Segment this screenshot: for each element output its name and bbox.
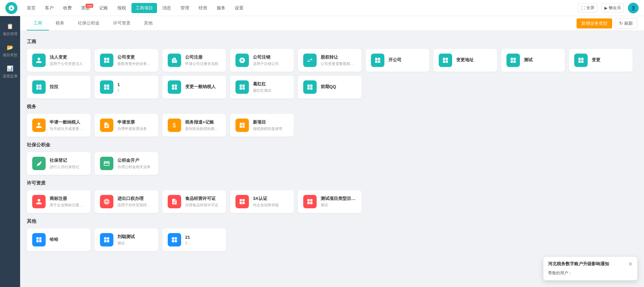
card-公积金开户[interactable]: 公积金开户办理公积金相关业务: [95, 152, 158, 175]
member-button[interactable]: ▶ 畅会员: [601, 3, 624, 12]
user-avatar[interactable]: 👤: [628, 3, 639, 13]
nav-item-客户[interactable]: 客户: [41, 3, 58, 13]
card-title-text: 哈哈: [50, 236, 85, 242]
subtab-许可资质[interactable]: 许可资质: [106, 16, 137, 30]
card-info-申请一般纳税人: 申请一般纳税人当月或次月成变更完成: [50, 119, 85, 131]
subtab-工商[interactable]: 工商: [27, 16, 49, 30]
subtab-社保公积金[interactable]: 社保公积金: [71, 16, 106, 30]
card-21[interactable]: 211: [162, 228, 226, 251]
card-info-社保登记: 社保登记进行人员社保登记: [50, 157, 85, 169]
nav-item-服务[interactable]: 服务: [213, 3, 229, 13]
nav-item-经营[interactable]: 经营: [195, 3, 211, 13]
card-desc-text: 办理申请发票业务: [117, 126, 153, 131]
sidebar-icon-项目管理: 📋: [6, 22, 14, 30]
card-info-公积金开户: 公积金开户办理公积金相关业务: [117, 157, 153, 169]
card-info-新项目: 新项目报税加税控盘保管: [253, 119, 288, 131]
card-刘聪测试[interactable]: 刘聪测试测试: [95, 228, 158, 251]
subtab-其他[interactable]: 其他: [137, 16, 159, 30]
card-info-前期QQ: 前期QQ: [321, 84, 356, 91]
fullscreen-label: 全屏: [586, 5, 594, 11]
card-icon-商标注册: [32, 195, 46, 208]
card-title-text: 变更一般纳税人: [185, 84, 221, 90]
card-title-text: 变更地址: [456, 57, 492, 63]
card-desc-text: 适用于注销公司: [253, 61, 288, 66]
card-食品经营许可证[interactable]: 食品经营许可证办理食品经营许可证: [162, 190, 226, 213]
card-title-text: 3A认证: [253, 196, 288, 202]
subtab-税务[interactable]: 税务: [49, 16, 71, 30]
nav-item-票据[interactable]: 票据new: [77, 3, 94, 13]
card-股权转让[interactable]: 股权转让公司变更需要股权转让: [298, 49, 362, 72]
card-desc-text: 适用于公司变更法人: [50, 61, 85, 66]
card-icon-公司注销: [235, 54, 249, 67]
section-title-工商: 工商: [27, 39, 637, 45]
card-变更地址[interactable]: 变更地址: [433, 49, 497, 72]
card-法人变更[interactable]: 法人变更适用于公司变更法人: [27, 49, 91, 72]
nav-item-工商项目[interactable]: 工商项目: [131, 3, 157, 13]
card-申请发票[interactable]: 申请发票办理申请发票业务: [95, 114, 158, 137]
nav-right: ⛶ 全屏 ▶ 畅会员 👤: [578, 3, 639, 13]
card-变更一般纳税人[interactable]: 变更一般纳税人: [162, 76, 226, 98]
card-info-公司变更: 公司变更股权变更外的业务变更: [117, 54, 153, 66]
card-3A认证[interactable]: 3A认证对企业信誉评级: [230, 190, 294, 213]
card-新项目[interactable]: 新项目报税加税控盘保管: [230, 114, 294, 137]
card-测试项目类型目定义[interactable]: 测试项目类型目定义测试: [298, 190, 362, 213]
card-desc-text: 进行人员社保登记: [50, 164, 85, 169]
card-icon-变更地址: [439, 54, 452, 67]
card-title-text: 申请发票: [117, 119, 153, 125]
app-logo: [5, 2, 17, 14]
sidebar-item-项目管理[interactable]: 📋项目管理: [0, 19, 20, 40]
nav-item-管理[interactable]: 管理: [176, 3, 193, 13]
card-公司注销[interactable]: 公司注销适用于注销公司: [230, 49, 294, 72]
nav-badge-票据: new: [86, 4, 93, 8]
card-title-text: 食品经营许可证: [185, 196, 221, 202]
card-info-食品经营许可证: 食品经营许可证办理食品经营许可证: [185, 196, 221, 208]
card-公司变更[interactable]: 公司变更股权变更外的业务变更: [95, 49, 158, 72]
notification-close-button[interactable]: ✕: [628, 261, 633, 267]
nav-item-设置[interactable]: 设置: [231, 3, 248, 13]
nav-item-报税[interactable]: 报税: [113, 3, 130, 13]
card-info-测试项目类型目定义: 测试项目类型目定义测试: [321, 196, 356, 208]
nav-item-收费[interactable]: 收费: [59, 3, 76, 13]
cards-grid-工商: 法人变更适用于公司变更法人公司变更股权变更外的业务变更公司注册申请公司注册全流程…: [27, 49, 637, 98]
card-前期QQ[interactable]: 前期QQ: [298, 76, 362, 98]
cards-grid-其他: 哈哈刘聪测试测试211: [27, 228, 637, 251]
card-进出口权办理[interactable]: 进出口权办理适用于对外贸易经营者: [95, 190, 158, 213]
card-1[interactable]: 11: [95, 76, 158, 98]
card-title-text: 社保登记: [50, 157, 85, 163]
sidebar-item-进度监测[interactable]: 📊进度监测: [0, 61, 20, 82]
card-变更[interactable]: 变更: [569, 49, 633, 72]
card-葛红红[interactable]: 葛红红葛红红测试: [230, 76, 294, 98]
fullscreen-button[interactable]: ⛶ 全屏: [578, 3, 597, 12]
card-税务报道+记账[interactable]: 税务报道+记账拿到营业执照的新公司: [162, 114, 226, 137]
card-申请一般纳税人[interactable]: 申请一般纳税人当月或次月成变更完成: [27, 114, 91, 137]
card-开公司[interactable]: 开公司: [366, 49, 429, 72]
card-社保登记[interactable]: 社保登记进行人员社保登记: [27, 152, 91, 175]
card-哈哈[interactable]: 哈哈: [27, 228, 91, 251]
nav-item-记账[interactable]: 记账: [95, 3, 112, 13]
card-icon-社保登记: [32, 157, 46, 170]
card-测试[interactable]: 测试: [501, 49, 565, 72]
card-icon-变更: [574, 54, 588, 67]
card-icon-公司变更: [100, 54, 113, 67]
card-desc-text: 用于企业商标注册服务: [50, 203, 85, 208]
sidebar-item-项目类型[interactable]: 📂项目类型: [0, 40, 20, 61]
nav-item-消息[interactable]: 消息: [158, 3, 175, 13]
card-商标注册[interactable]: 商标注册用于企业商标注册服务: [27, 190, 91, 213]
card-拉拉[interactable]: 拉拉: [27, 76, 91, 98]
notification-header: 河北税务数字账户升级影响通知 ✕: [548, 261, 633, 267]
card-icon-刘聪测试: [100, 233, 113, 246]
sub-nav-actions: 新增业务类型 ↻ 刷新: [577, 18, 637, 29]
card-icon-变更一般纳税人: [168, 80, 181, 94]
card-info-变更: 变更: [592, 57, 627, 64]
card-desc-text: 办理公积金相关业务: [117, 164, 153, 169]
section-title-许可资质: 许可资质: [27, 180, 637, 186]
card-desc-text: 葛红红测试: [253, 88, 288, 93]
nav-item-首页[interactable]: 首页: [23, 3, 40, 13]
card-desc-text: 对企业信誉评级: [253, 203, 288, 208]
sub-nav-tabs: 工商税务社保公积金许可资质其他: [27, 16, 159, 30]
refresh-button[interactable]: ↻ 刷新: [615, 18, 637, 29]
add-type-button[interactable]: 新增业务类型: [577, 18, 612, 28]
card-desc-text: 报税加税控盘保管: [253, 126, 288, 131]
card-icon-1: [100, 80, 113, 94]
card-公司注册[interactable]: 公司注册申请公司注册全流程: [162, 49, 226, 72]
